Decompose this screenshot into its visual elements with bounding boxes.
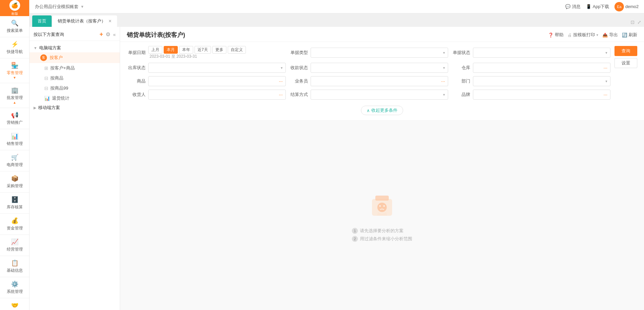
- brand-select[interactable]: ···: [473, 90, 610, 100]
- print-icon: 🖨: [568, 33, 572, 38]
- filter-row-1: 单据日期 上月 本月 本年 近7天 更多 自定义: [127, 46, 637, 100]
- content-area: 按以下方案查询 + ⚙ « ▼ 电脑端方案 客 按客户: [30, 27, 644, 310]
- sidebar-item-quicknav[interactable]: ⚡ 快捷导航: [0, 37, 30, 58]
- out-status-select[interactable]: ▾: [148, 63, 286, 73]
- app-download-btn[interactable]: 📱 App下载: [586, 4, 609, 10]
- brand-field: 品牌 ···: [451, 90, 610, 100]
- date-btn-last-7days[interactable]: 近7天: [195, 46, 211, 54]
- settlement-select[interactable]: ▾: [311, 90, 448, 100]
- message-btn[interactable]: 💬 消息: [565, 4, 581, 10]
- query-btns: 查询 设置: [614, 46, 637, 68]
- department-select[interactable]: ▾: [473, 76, 610, 86]
- product-select[interactable]: ···: [148, 76, 286, 86]
- sidebar-item-sales[interactable]: 📊 销售管理: [0, 129, 30, 150]
- date-btn-last-month[interactable]: 上月: [148, 46, 162, 54]
- return-stat-icon: 📊: [44, 96, 50, 101]
- sidebar-item-ecommerce[interactable]: 🛒 电商管理: [0, 150, 30, 171]
- date-btn-more[interactable]: 更多: [212, 46, 226, 54]
- marketing-icon: 📢: [11, 111, 18, 119]
- cooperation-icon: 🤝: [11, 302, 18, 309]
- inventory-icon: 🗄️: [11, 196, 18, 203]
- tab-fullscreen-icon[interactable]: ⤢: [637, 19, 641, 25]
- date-btn-this-year[interactable]: 本年: [179, 46, 193, 54]
- receiver-field: 收货人 ···: [127, 90, 286, 100]
- svg-point-4: [383, 205, 385, 207]
- tree-group-mobile-arrow: ▶: [34, 106, 36, 110]
- empty-illustration: [365, 189, 399, 222]
- tree-group-mobile-label: 移动端方案: [38, 105, 60, 111]
- sidebar-item-retail[interactable]: 🏪 零售管理 ▼: [0, 58, 30, 83]
- doc-type-label: 单据类型: [289, 50, 308, 56]
- dropdown-arrow[interactable]: ▾: [81, 4, 84, 9]
- department-field: 部门 ▾: [451, 76, 610, 86]
- main-area: 办公用品行业模拟账套 ▾ 💬 消息 📱 App下载 Ea demo2 首页: [30, 0, 644, 310]
- tab-actions: ⊡ ⤢: [631, 19, 641, 27]
- avatar-text: Ea: [617, 5, 622, 9]
- date-btn-this-month[interactable]: 本月: [164, 46, 178, 54]
- settlement-arrow: ▾: [443, 93, 445, 97]
- sidebar-item-system-label: 系统管理: [7, 289, 23, 295]
- sidebar-item-operation[interactable]: 📈 经营管理: [0, 235, 30, 256]
- setting-button[interactable]: 设置: [614, 58, 637, 68]
- doc-status-select[interactable]: ▾: [473, 48, 610, 58]
- empty-tip-1: 1 请先选择要分析的方案: [352, 228, 412, 234]
- collapse-panel-btn[interactable]: «: [113, 32, 116, 37]
- tab-restore-icon[interactable]: ⊡: [631, 19, 635, 25]
- sidebar-item-cooperation[interactable]: 🤝 企业协同: [0, 298, 30, 310]
- export-btn[interactable]: 📤 导出: [602, 32, 618, 38]
- sidebar-item-retail-label: 零售管理: [7, 70, 23, 76]
- product-field: 商品 ···: [127, 76, 286, 86]
- sidebar-item-basic[interactable]: 📋 基础信息: [0, 256, 30, 277]
- by-product-icon: ⊟: [44, 75, 48, 81]
- tree-item-by-customer-product[interactable]: ⊞ 按客户+商品: [30, 63, 120, 73]
- scheme-settings-btn[interactable]: ⚙: [106, 31, 110, 38]
- ecommerce-icon: 🛒: [11, 154, 18, 161]
- settlement-label: 结算方式: [289, 92, 308, 98]
- tip-num-2: 2: [352, 236, 358, 242]
- print-btn[interactable]: 🖨 按模板打印 ▾: [568, 32, 598, 38]
- collect-status-select[interactable]: ▾: [311, 63, 448, 73]
- return-stat-label: 退货统计: [52, 95, 69, 101]
- tree-item-by-customer[interactable]: 客 按客户: [30, 52, 120, 63]
- sidebar-item-inventory[interactable]: 🗄️ 库存核算: [0, 193, 30, 214]
- tab-home[interactable]: 首页: [32, 15, 52, 27]
- sidebar-item-search[interactable]: 🔍 搜索菜单: [0, 16, 30, 37]
- doc-type-select[interactable]: ▾: [311, 48, 448, 58]
- status-row: 出库状态 ▾ 收款状态 ▾: [127, 63, 610, 73]
- by-product-label: 按商品: [50, 75, 63, 81]
- tab-close-btn[interactable]: ✕: [108, 19, 112, 23]
- tree-item-by-product99[interactable]: ⊟ 按商品99: [30, 83, 120, 93]
- add-scheme-btn[interactable]: +: [100, 31, 103, 38]
- sidebar-item-wholesale[interactable]: 🏢 批发管理 ▲: [0, 83, 30, 108]
- warehouse-field: 仓库 ···: [451, 63, 610, 73]
- receiver-dots: ···: [279, 92, 283, 97]
- tab-sales-stat[interactable]: 销货单统计表（按客户） ✕: [52, 15, 117, 27]
- warehouse-select[interactable]: ···: [473, 63, 610, 73]
- help-btn[interactable]: ❓ 帮助: [548, 32, 564, 38]
- receiver-select[interactable]: ···: [148, 90, 286, 100]
- logo-text: 标版: [11, 11, 18, 16]
- sidebar-item-system[interactable]: ⚙️ 系统管理: [0, 277, 30, 298]
- date-label: 单据日期: [127, 50, 146, 56]
- collapse-btn[interactable]: ∧ 收起更多条件: [361, 106, 403, 115]
- refresh-btn[interactable]: 🔄 刷新: [622, 32, 637, 38]
- tree-item-return-stat[interactable]: 📊 退货统计: [30, 93, 120, 103]
- doc-status-arrow: ▾: [605, 51, 607, 55]
- sidebar-item-purchase[interactable]: 📦 采购管理: [0, 171, 30, 193]
- print-label: 按模板打印: [573, 32, 595, 38]
- tree-group-pc[interactable]: ▼ 电脑端方案: [30, 44, 120, 52]
- tip-text-1: 请先选择要分析的方案: [360, 228, 404, 234]
- salesperson-select[interactable]: ···: [311, 76, 448, 86]
- user-area[interactable]: Ea demo2: [614, 2, 639, 11]
- sidebar-item-finance[interactable]: 💰 资金管理: [0, 214, 30, 235]
- collapse-bar: ∧ 收起更多条件: [127, 103, 637, 116]
- settlement-field: 结算方式 ▾: [289, 90, 448, 100]
- date-btn-custom[interactable]: 自定义: [228, 46, 246, 54]
- tree-group-mobile[interactable]: ▶ 移动端方案: [30, 103, 120, 112]
- sales-stat-tab-label: 销货单统计表（按客户）: [58, 18, 106, 24]
- query-button[interactable]: 查询: [614, 46, 637, 56]
- sidebar-item-marketing[interactable]: 📢 营销推广: [0, 108, 30, 129]
- tree-item-by-product[interactable]: ⊟ 按商品: [30, 73, 120, 83]
- product-dots: ···: [279, 79, 283, 84]
- refresh-label: 刷新: [629, 32, 637, 38]
